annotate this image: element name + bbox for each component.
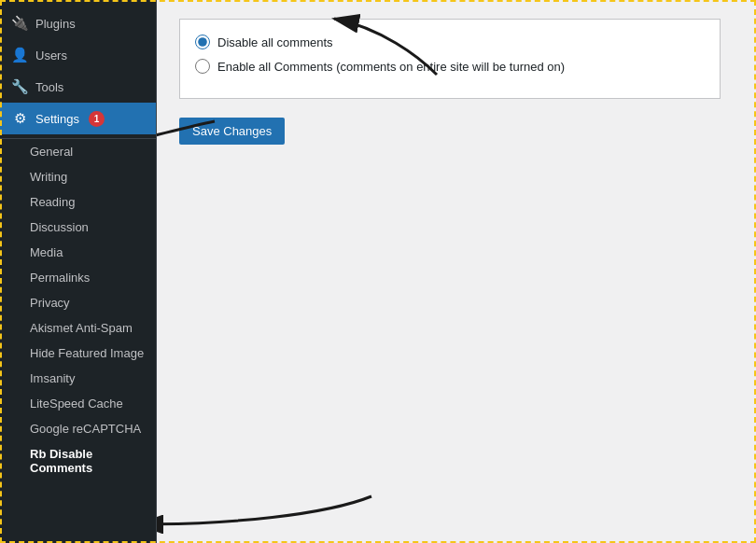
submenu-privacy[interactable]: Privacy xyxy=(0,290,156,315)
sidebar-item-plugins[interactable]: 🔌 Plugins xyxy=(0,7,156,39)
sidebar-item-users[interactable]: 👤 Users xyxy=(0,39,156,71)
submenu-general[interactable]: General xyxy=(0,139,156,164)
submenu-recaptcha[interactable]: Google reCAPTCHA xyxy=(0,416,156,441)
settings-badge: 1 xyxy=(89,111,105,127)
radio-row-disable: Disable all comments xyxy=(195,35,705,49)
submenu-media[interactable]: Media xyxy=(0,240,156,265)
plugins-icon: 🔌 xyxy=(11,15,28,32)
submenu-reading[interactable]: Reading xyxy=(0,189,156,215)
submenu-imsanity[interactable]: Imsanity xyxy=(0,366,156,391)
sidebar-item-label: Plugins xyxy=(35,17,76,31)
sidebar-item-label: Settings xyxy=(35,112,79,126)
settings-submenu: General Writing Reading Discussion Media… xyxy=(0,139,156,480)
tools-icon: 🔧 xyxy=(11,78,28,95)
sidebar-top-items: 🔌 Plugins 👤 Users 🔧 Tools ⚙ Settings 1 xyxy=(0,0,156,139)
submenu-permalinks[interactable]: Permalinks xyxy=(0,265,156,290)
submenu-discussion[interactable]: Discussion xyxy=(0,215,156,240)
users-icon: 👤 xyxy=(11,47,28,63)
options-box: Disable all comments Enable all Comments… xyxy=(179,19,721,99)
submenu-writing[interactable]: Writing xyxy=(0,164,156,189)
enable-all-label: Enable all Comments (comments on entire … xyxy=(217,60,565,74)
save-changes-button[interactable]: Save Changes xyxy=(179,118,285,145)
submenu-akismet[interactable]: Akismet Anti-Spam xyxy=(0,315,156,341)
main-content: Disable all comments Enable all Comments… xyxy=(157,0,756,543)
submenu-hide-featured[interactable]: Hide Featured Image xyxy=(0,341,156,366)
sidebar-item-label: Users xyxy=(35,49,67,63)
disable-all-radio[interactable] xyxy=(195,35,210,49)
sidebar-item-label: Tools xyxy=(35,80,63,94)
submenu-rb-disable[interactable]: Rb Disable Comments xyxy=(0,441,156,480)
radio-row-enable: Enable all Comments (comments on entire … xyxy=(195,59,705,74)
submenu-litespeed[interactable]: LiteSpeed Cache xyxy=(0,391,156,416)
settings-icon: ⚙ xyxy=(11,110,28,127)
disable-all-label: Disable all comments xyxy=(217,35,333,49)
enable-all-radio[interactable] xyxy=(195,59,210,74)
sidebar-item-settings[interactable]: ⚙ Settings 1 xyxy=(0,103,156,134)
sidebar-item-tools[interactable]: 🔧 Tools xyxy=(0,71,156,103)
sidebar: 🔌 Plugins 👤 Users 🔧 Tools ⚙ Settings 1 G… xyxy=(0,0,157,543)
arrow-rb xyxy=(157,468,381,534)
